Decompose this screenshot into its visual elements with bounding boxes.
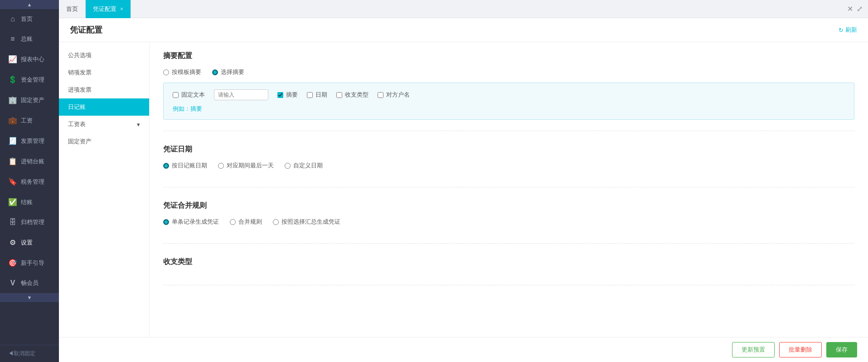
tab-bar: 首页 凭证配置 × ✕ ⤢ [59,0,868,18]
tab-home[interactable]: 首页 [59,0,86,18]
radio-merge[interactable]: 合并规则 [230,218,262,226]
income-type-section: 收支类型 [163,257,854,285]
sidebar-item-member[interactable]: V 畅会员 [0,273,59,293]
summary-section: 摘要配置 按模板摘要 选择摘要 固定文本 [163,51,854,131]
sidebar-item-fixed[interactable]: 🏢 固定资产 [0,90,59,110]
checkbox-date[interactable]: 日期 [307,91,327,99]
income-type-title: 收支类型 [163,257,854,267]
checkbox-counterparty-input[interactable] [378,92,383,98]
sales-icon: 📋 [8,157,17,166]
report-icon: 📈 [8,55,17,64]
sidebar-item-home[interactable]: ⌂ 首页 [0,9,59,29]
cancel-fixed-button[interactable]: ◀取消固定 [0,345,59,362]
sidebar-scroll-down[interactable]: ▼ [0,293,59,302]
radio-custom-date-input[interactable] [285,163,291,169]
funds-icon: 💲 [8,75,17,84]
update-preview-button[interactable]: 更新预置 [732,342,775,357]
radio-journal-date-input[interactable] [163,163,169,169]
checkbox-counterparty[interactable]: 对方户名 [378,91,410,99]
payroll-expand-icon: ▾ [137,121,140,128]
sidebar: ▲ ⌂ 首页 ≡ 总账 📈 报表中心 💲 资金管理 🏢 固定资产 💼 工资 🧾 … [0,0,59,362]
radio-single-input[interactable] [163,219,169,225]
merge-rules-title: 凭证合并规则 [163,201,854,210]
main-area: 首页 凭证配置 × ✕ ⤢ 凭证配置 ↻ 刷新 公共选项 销项发票 进 [59,0,868,362]
bottom-bar: 更新预置 批量删除 保存 [59,337,868,362]
merge-rules-radio-group: 单条记录生成凭证 合并规则 按照选择汇总生成凭证 [163,218,854,226]
checkbox-income-type[interactable]: 收支类型 [336,91,369,99]
sidebar-item-archive[interactable]: 🗄 归档管理 [0,212,59,232]
checkbox-summary-input[interactable] [277,92,283,98]
summary-example: 例如：摘要 [173,105,845,113]
voucher-date-radio-group: 按日记账日期 对应期间最后一天 自定义日期 [163,161,854,170]
close-tab-icon[interactable]: × [120,6,123,12]
salary-icon: 💼 [8,116,17,125]
page-header: 凭证配置 ↻ 刷新 [59,18,868,42]
sidebar-item-report[interactable]: 📈 报表中心 [0,49,59,69]
sidebar-item-invoice[interactable]: 🧾 发票管理 [0,131,59,151]
sidebar-item-tax[interactable]: 🔖 税务管理 [0,171,59,192]
sidebar-item-settle[interactable]: ✅ 结账 [0,192,59,212]
summary-title: 摘要配置 [163,51,854,61]
sidebar-scroll-up[interactable]: ▲ [0,0,59,9]
nav-journal[interactable]: 日记账 [59,98,149,116]
refresh-button[interactable]: ↻ 刷新 [839,26,857,34]
sidebar-item-funds[interactable]: 💲 资金管理 [0,69,59,90]
settle-icon: ✅ [8,198,17,206]
radio-select-merge[interactable]: 按照选择汇总生成凭证 [273,218,340,226]
ledger-icon: ≡ [8,35,17,43]
left-nav: 公共选项 销项发票 进项发票 日记账 工资表 ▾ 固定资产 [59,42,150,337]
voucher-date-title: 凭证日期 [163,145,854,154]
radio-journal-date[interactable]: 按日记账日期 [163,161,207,170]
radio-single[interactable]: 单条记录生成凭证 [163,218,219,226]
radio-select-merge-input[interactable] [273,219,279,225]
settings-icon: ⚙ [8,238,17,247]
radio-select-input[interactable] [212,69,218,75]
sidebar-item-guide[interactable]: 🎯 新手引导 [0,253,59,273]
radio-period-last-input[interactable] [218,163,224,169]
fixed-icon: 🏢 [8,96,17,104]
nav-purchase-invoice[interactable]: 进项发票 [59,81,149,98]
right-content: 摘要配置 按模板摘要 选择摘要 固定文本 [150,42,868,337]
tax-icon: 🔖 [8,177,17,186]
guide-icon: 🎯 [8,259,17,267]
checkbox-income-type-input[interactable] [336,92,342,98]
summary-radio-group: 按模板摘要 选择摘要 [163,68,854,76]
checkbox-date-input[interactable] [307,92,313,98]
summary-config-box: 固定文本 摘要 日期 收支类型 [163,83,854,120]
checkbox-fixed-text-input[interactable] [173,92,179,98]
radio-merge-input[interactable] [230,219,236,225]
sidebar-item-ledger[interactable]: ≡ 总账 [0,29,59,49]
content-layout: 公共选项 销项发票 进项发票 日记账 工资表 ▾ 固定资产 摘要配置 [59,42,868,337]
nav-public[interactable]: 公共选项 [59,47,149,64]
page-title: 凭证配置 [70,24,102,35]
invoice-icon: 🧾 [8,137,17,145]
sidebar-item-salary[interactable]: 💼 工资 [0,110,59,131]
window-buttons: ✕ ⤢ [847,5,868,13]
member-icon: V [8,279,17,287]
home-icon: ⌂ [8,15,17,23]
close-window-icon[interactable]: ✕ [847,5,853,13]
radio-select[interactable]: 选择摘要 [212,68,244,76]
fixed-text-input[interactable] [214,89,268,100]
voucher-date-section: 凭证日期 按日记账日期 对应期间最后一天 自定义日期 [163,145,854,187]
refresh-icon: ↻ [839,27,844,34]
radio-period-last[interactable]: 对应期间最后一天 [218,161,274,170]
merge-rules-section: 凭证合并规则 单条记录生成凭证 合并规则 按照选择汇总生成凭证 [163,201,854,244]
summary-options: 固定文本 摘要 日期 收支类型 [173,89,845,100]
nav-sales-invoice[interactable]: 销项发票 [59,64,149,81]
radio-template-input[interactable] [163,69,169,75]
nav-fixed-assets[interactable]: 固定资产 [59,133,149,150]
checkbox-fixed-text[interactable]: 固定文本 [173,91,205,99]
sidebar-item-sales[interactable]: 📋 进销台账 [0,151,59,171]
radio-template[interactable]: 按模板摘要 [163,68,201,76]
checkbox-summary[interactable]: 摘要 [277,91,298,99]
expand-window-icon[interactable]: ⤢ [857,5,863,13]
sidebar-item-settings[interactable]: ⚙ 设置 [0,232,59,253]
save-button[interactable]: 保存 [826,342,857,357]
nav-payroll[interactable]: 工资表 ▾ [59,116,149,133]
tab-voucher-config[interactable]: 凭证配置 × [86,0,131,18]
archive-icon: 🗄 [8,218,17,226]
radio-custom-date[interactable]: 自定义日期 [285,161,323,170]
batch-delete-button[interactable]: 批量删除 [779,342,822,357]
